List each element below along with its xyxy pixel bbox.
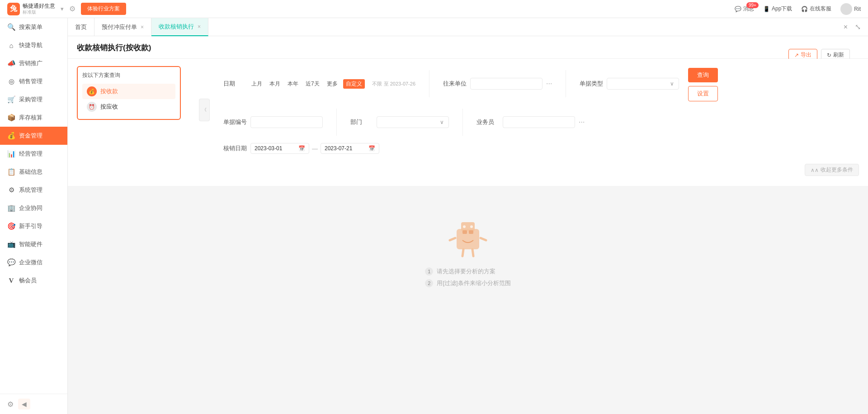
tab-prepay-offset[interactable]: 预付冲应付单 × <box>94 18 151 36</box>
collapse-sidebar-button[interactable]: ◀ <box>18 399 30 409</box>
refresh-label: 刷新 <box>833 51 844 59</box>
tab-home[interactable]: 首页 <box>68 18 94 36</box>
filter-actions: 查询 设置 <box>688 66 718 101</box>
svg-rect-0 <box>457 229 479 249</box>
filter-fields: 日期 上月 本月 本年 近7天 更多 自定义 不限 至 <box>223 66 859 154</box>
filter-option-by-receivable[interactable]: ⏰ 按应收 <box>82 99 175 114</box>
sidebar-item-finance[interactable]: 💰 资金管理 <box>0 127 67 145</box>
user-profile[interactable]: Rit <box>840 3 861 15</box>
sidebar-item-guide[interactable]: 🎯 新手引导 <box>0 217 67 235</box>
tip-num-2: 2 <box>425 279 433 287</box>
counterparty-dots-icon[interactable]: ··· <box>546 80 552 88</box>
app-download-action[interactable]: 📱 App下载 <box>763 5 792 13</box>
sidebar-item-operations[interactable]: 📊 经营管理 <box>0 145 67 163</box>
svg-rect-4 <box>462 230 467 234</box>
sidebar-item-label: 新手引导 <box>19 222 42 230</box>
filter-row-2: 单据编号 部门 ∨ 业务员 <box>223 109 859 136</box>
chevron-down-icon[interactable]: ▾ <box>61 5 64 12</box>
dept-label: 部门 <box>350 118 373 126</box>
tv-icon: 📺 <box>7 240 15 248</box>
chevron-down-icon: ∨ <box>440 119 444 125</box>
query-button[interactable]: 查询 <box>688 68 718 82</box>
close-window-button[interactable]: × <box>840 21 851 33</box>
sidebar-item-purchase[interactable]: 🛒 采购管理 <box>0 90 67 109</box>
collapse-more-area: ∧∧ 收起更多条件 <box>77 161 859 179</box>
date-shortcut-more[interactable]: 更多 <box>325 79 340 89</box>
vip-icon: V <box>7 277 15 285</box>
sidebar-bottom: ⚙ ◀ <box>0 394 67 414</box>
verify-date-end-input[interactable]: 2023-07-21 📅 <box>321 143 379 154</box>
filter-panel: 按以下方案查询 💰 按收款 ⏰ 按应收 《 <box>68 59 868 186</box>
svg-line-6 <box>450 238 455 240</box>
chart-icon: 📊 <box>7 150 15 158</box>
counterparty-field-group: 往来单位 ··· <box>443 78 552 90</box>
gear-icon: ⚙ <box>7 186 15 194</box>
sidebar-item-hardware[interactable]: 📺 智能硬件 <box>0 235 67 253</box>
date-label: 日期 <box>223 80 246 88</box>
settings-icon[interactable]: ⚙ <box>69 5 75 13</box>
user-avatar <box>840 3 852 15</box>
filter-option-by-receipt[interactable]: 💰 按收款 <box>82 84 175 99</box>
settings-bottom-icon[interactable]: ⚙ <box>7 400 14 409</box>
bill-no-label: 单据编号 <box>223 118 247 126</box>
settings-button[interactable]: 设置 <box>688 86 718 101</box>
app-version: 标准版 <box>23 10 55 15</box>
date-shortcut-7days[interactable]: 近7天 <box>304 79 321 89</box>
staff-dots-icon[interactable]: ··· <box>579 118 585 126</box>
sidebar-item-basic-info[interactable]: 📋 基础信息 <box>0 163 67 181</box>
maximize-window-button[interactable]: ⤡ <box>851 21 864 33</box>
industry-button[interactable]: 体验行业方案 <box>81 3 126 15</box>
sidebar-item-search-menu[interactable]: 🔍 搜索菜单 <box>0 18 67 36</box>
export-icon: ↗ <box>794 52 799 58</box>
sidebar-item-sales[interactable]: ◎ 销售管理 <box>0 72 67 90</box>
sidebar-item-enterprise[interactable]: 🏢 企业协同 <box>0 199 67 217</box>
search-icon: 🔍 <box>7 23 15 31</box>
filter-option-label: 按应收 <box>100 103 118 111</box>
bill-no-input[interactable] <box>250 116 323 128</box>
tab-home-label: 首页 <box>75 23 87 31</box>
svg-rect-5 <box>469 230 473 234</box>
logo-icon: 兔 <box>7 3 20 15</box>
bill-type-field-group: 单据类型 ∨ <box>580 78 679 90</box>
date-shortcut-this-month[interactable]: 本月 <box>268 79 282 89</box>
top-bar-actions: 💬 消息 99+ 📱 App下载 🎧 在线客服 Rit <box>735 3 861 15</box>
tab-receipt-offset[interactable]: 收款核销执行 × <box>151 18 208 36</box>
counterparty-label: 往来单位 <box>443 80 467 88</box>
verify-date-start-input[interactable]: 2023-03-01 📅 <box>250 143 309 154</box>
calendar-end-icon: 📅 <box>368 145 375 152</box>
dept-select[interactable]: ∨ <box>377 116 449 128</box>
app-logo: 兔 畅捷通好生意 标准版 <box>7 3 55 15</box>
collapse-more-button[interactable]: ∧∧ 收起更多条件 <box>805 164 859 176</box>
sidebar-item-system[interactable]: ⚙ 系统管理 <box>0 181 67 199</box>
bill-type-select[interactable]: ∨ <box>607 78 679 90</box>
sidebar-item-marketing[interactable]: 📣 营销推广 <box>0 54 67 72</box>
refresh-icon: ↻ <box>827 52 831 58</box>
sidebar-item-member[interactable]: V 畅会员 <box>0 271 67 290</box>
date-shortcut-last-month[interactable]: 上月 <box>250 79 264 89</box>
calendar-start-icon: 📅 <box>298 145 305 152</box>
tab-bar: 首页 预付冲应付单 × 收款核销执行 × × ⤡ <box>68 18 868 36</box>
date-shortcut-this-year[interactable]: 本年 <box>286 79 300 89</box>
app-download-label: App下载 <box>772 5 792 13</box>
date-shortcut-custom[interactable]: 自定义 <box>343 79 365 89</box>
filter-main-row: 按以下方案查询 💰 按收款 ⏰ 按应收 《 <box>77 66 859 154</box>
online-service-action[interactable]: 🎧 在线客服 <box>801 5 831 13</box>
counterparty-input[interactable] <box>470 78 542 90</box>
tab-receipt-close-icon[interactable]: × <box>198 24 201 30</box>
empty-tip-2: 2 用[过滤]条件来缩小分析范围 <box>425 279 510 287</box>
page-area: 收款核销执行(按收款) ↗ 导出 ↻ 刷新 按以下方案查询 <box>68 36 868 414</box>
tab-prepay-close-icon[interactable]: × <box>141 24 144 30</box>
scheme-panel-title: 按以下方案查询 <box>82 71 175 79</box>
message-action[interactable]: 💬 消息 99+ <box>735 5 754 13</box>
sidebar-item-quick-nav[interactable]: ⌂ 快捷导航 <box>0 36 67 54</box>
filter-collapse-button[interactable]: 《 <box>199 99 210 121</box>
sidebar-item-inventory[interactable]: 📦 库存核算 <box>0 109 67 127</box>
receipt-icon: 💰 <box>87 86 97 96</box>
building-icon: 🏢 <box>7 204 15 212</box>
receivable-icon: ⏰ <box>87 102 97 112</box>
staff-input[interactable] <box>503 116 575 128</box>
sidebar-item-wechat[interactable]: 💬 企业微信 <box>0 253 67 271</box>
sidebar-item-label: 经营管理 <box>19 150 42 158</box>
box-icon: 📦 <box>7 114 15 122</box>
sidebar-item-label: 采购管理 <box>19 95 42 104</box>
